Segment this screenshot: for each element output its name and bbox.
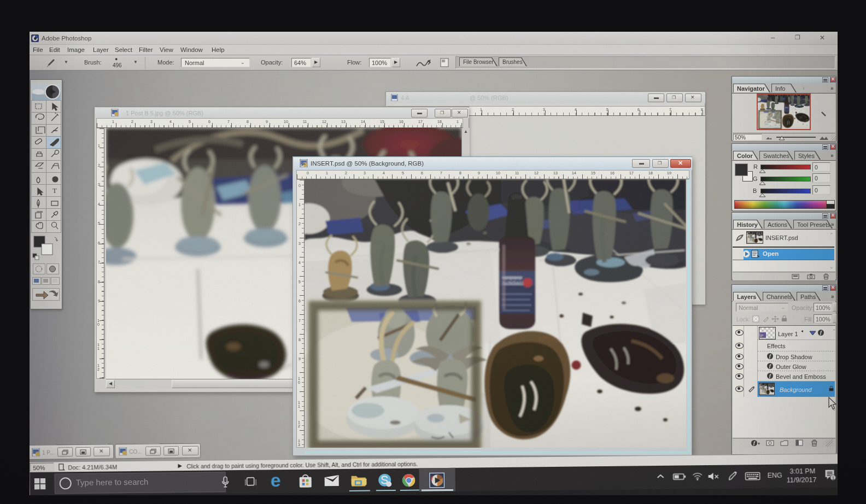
svg-text:T: T bbox=[52, 186, 57, 195]
svg-text:1: 1 bbox=[832, 475, 834, 480]
svg-text:P: P bbox=[760, 333, 763, 338]
